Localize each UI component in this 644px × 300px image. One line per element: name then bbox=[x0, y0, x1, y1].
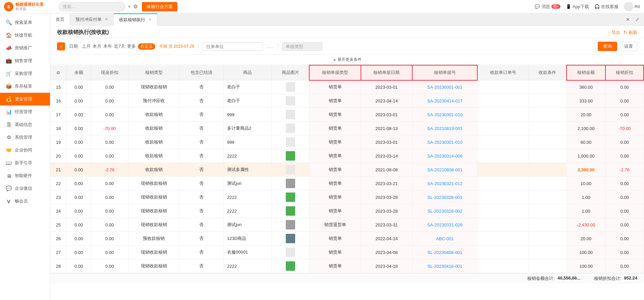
writeoff-no-link[interactable]: ABC-001 bbox=[436, 236, 454, 241]
query-button[interactable]: 查询 bbox=[598, 42, 617, 51]
writeoff-no-link[interactable]: SL-20230418-001 bbox=[427, 264, 462, 269]
cell-writeoff-date: 2023-03-01 bbox=[361, 135, 412, 149]
cell-writeoff-no[interactable]: SL-20230408-001 bbox=[412, 246, 477, 259]
filter-toggle-button[interactable]: » bbox=[57, 42, 65, 50]
sidebar-item-marketing[interactable]: 📣 营销推广 bbox=[0, 42, 50, 54]
sidebar-item-hardware[interactable]: 🖥 智能硬件 bbox=[0, 169, 50, 182]
tab-prepay[interactable]: 预付冲应付单 ✕ bbox=[70, 13, 114, 26]
writeoff-no-link[interactable]: SA-20230321-012 bbox=[427, 181, 463, 186]
sidebar-item-operation[interactable]: 📊 经营管理 bbox=[0, 105, 50, 118]
cell-writeoff-date: 2021-08-08 bbox=[361, 163, 412, 177]
cell-balance: 0.00 bbox=[67, 190, 91, 204]
date-opt-this-month[interactable]: 本月 bbox=[93, 43, 101, 49]
setting-button[interactable]: 设置 bbox=[620, 42, 637, 51]
writeoff-no-link[interactable]: SA-20210813-001 bbox=[427, 126, 463, 131]
cell-writeoff-discount: 0.00 bbox=[605, 108, 644, 122]
tab-prepay-close[interactable]: ✕ bbox=[105, 17, 108, 22]
sidebar-item-wechat[interactable]: 💬 企业微信 bbox=[0, 182, 50, 195]
sidebar-item-basic[interactable]: 🗄 基础信息 bbox=[0, 118, 50, 131]
sidebar-item-member[interactable]: V 畅会员 bbox=[0, 195, 50, 208]
date-opt-last-month[interactable]: 上月 bbox=[82, 43, 91, 49]
cell-product: 多计量商品2 bbox=[223, 122, 271, 135]
data-table-wrap[interactable]: ⚙ 余额 现金折扣 核销类型 包含已结清 商品 商品图片 核销单据类型 核销单据… bbox=[50, 65, 644, 300]
cell-writeoff-no[interactable]: SL-20230328-001 bbox=[412, 190, 477, 204]
cell-writeoff-voucher-type: 销货单 bbox=[309, 94, 361, 108]
cell-writeoff-no[interactable]: SL-20230418-001 bbox=[412, 259, 477, 273]
writeoff-no-link[interactable]: SA-20210808-001 bbox=[427, 167, 463, 172]
cell-writeoff-amount: 100.00 bbox=[567, 246, 606, 259]
sidebar-item-finance[interactable]: 💰 资金管理 bbox=[0, 93, 50, 105]
sidebar-item-system[interactable]: ⚙ 系统管理 bbox=[0, 131, 50, 144]
trial-button[interactable]: 体验行业方案 bbox=[142, 2, 177, 11]
sidebar-item-collab[interactable]: 🤝 企业协同 bbox=[0, 144, 50, 157]
expand-more-button[interactable]: ∨ 展开更多条件 bbox=[333, 57, 362, 62]
refresh-button[interactable]: ↻ 刷新 bbox=[624, 30, 637, 36]
sidebar-item-purchase[interactable]: 🛒 采购管理 bbox=[0, 67, 50, 80]
cell-writeoff-no[interactable]: SL-20230328-002 bbox=[412, 204, 477, 218]
writeoff-no-link[interactable]: SA-20230414-017 bbox=[427, 98, 463, 103]
search-placeholder: 搜索... bbox=[63, 4, 75, 10]
tab-collection-close[interactable]: ✕ bbox=[149, 17, 152, 22]
cell-writeoff-no[interactable]: SA-20230414-017 bbox=[412, 94, 477, 108]
avatar bbox=[624, 2, 633, 11]
cell-writeoff-no[interactable]: SA-20230331-026 bbox=[412, 218, 477, 232]
date-opt-more[interactable]: 更多 bbox=[127, 43, 136, 49]
message-icon: 💬 bbox=[535, 4, 540, 9]
table-row: 18 0.00 -70.00 收款核销 否 多计量商品2 销货单 2021-08… bbox=[50, 122, 644, 135]
sidebar-item-guide[interactable]: 📖 新手引导 bbox=[0, 157, 50, 169]
search-area: 搜索... ▾ ⚙ bbox=[58, 2, 138, 11]
writeoff-no-link[interactable]: SL-20230328-001 bbox=[427, 195, 462, 200]
cell-writeoff-no[interactable]: SA-20230301-010 bbox=[412, 135, 477, 149]
date-opt-7days[interactable]: 近7天 bbox=[114, 43, 125, 49]
tab-bar-actions: ✕ ⤢ bbox=[624, 15, 644, 24]
cell-writeoff-no[interactable]: SA-20210813-001 bbox=[412, 122, 477, 135]
cell-product: 2222 bbox=[223, 149, 271, 163]
sidebar-item-sales[interactable]: 💼 销售管理 bbox=[0, 54, 50, 67]
tab-close-btn[interactable]: ✕ bbox=[624, 15, 632, 24]
th-settings[interactable]: ⚙ bbox=[50, 65, 67, 80]
export-button[interactable]: ↑ 导出 bbox=[608, 30, 621, 36]
writeoff-no-link[interactable]: SA-20230301-001 bbox=[427, 85, 463, 90]
cell-writeoff-no[interactable]: SA-20230321-012 bbox=[412, 177, 477, 190]
cell-writeoff-discount: 0.00 bbox=[605, 259, 644, 273]
writeoff-no-link[interactable]: SA-20230331-026 bbox=[427, 222, 463, 227]
cell-product: 2222 bbox=[223, 190, 271, 204]
th-writeoff-type: 核销类型 bbox=[128, 65, 179, 80]
message-item[interactable]: 💬 消息 99+ bbox=[535, 4, 560, 10]
user-info[interactable]: Rit bbox=[624, 2, 640, 11]
cell-writeoff-no[interactable]: SA-20210808-001 bbox=[412, 163, 477, 177]
cell-receipt-order-no bbox=[477, 108, 529, 122]
date-options: 上月 本月 本年 近7天 更多 自定义 bbox=[82, 43, 155, 50]
sidebar-item-search[interactable]: 🔍 搜索菜单 bbox=[0, 16, 50, 29]
tab-collection[interactable]: 收款核销执行 ✕ bbox=[114, 13, 157, 26]
cell-writeoff-no[interactable]: ABC-001 bbox=[412, 232, 477, 246]
writeoff-no-link[interactable]: SA-20230301-010 bbox=[427, 140, 463, 145]
date-opt-this-year[interactable]: 本年 bbox=[103, 43, 112, 49]
writeoff-no-link[interactable]: SL-20230408-001 bbox=[427, 250, 462, 255]
cell-writeoff-amount: 333.00 bbox=[567, 94, 606, 108]
sidebar-item-inventory[interactable]: 📦 库存核算 bbox=[0, 80, 50, 93]
writeoff-no-link[interactable]: SA-20230314-008 bbox=[427, 154, 463, 159]
writeoff-no-link[interactable]: SA-20230301-010 bbox=[427, 112, 463, 117]
top-search-box[interactable]: 搜索... bbox=[58, 2, 125, 11]
gear-icon[interactable]: ⚙ bbox=[133, 3, 138, 10]
cell-writeoff-no[interactable]: SA-20230314-008 bbox=[412, 149, 477, 163]
date-opt-custom[interactable]: 自定义 bbox=[138, 43, 155, 50]
app-download-item[interactable]: 📱 App下载 bbox=[566, 4, 589, 10]
product-image bbox=[286, 192, 295, 202]
writeoff-no-link[interactable]: SL-20230328-002 bbox=[427, 209, 462, 214]
amount-total-label: 核销金额合计: bbox=[527, 275, 555, 282]
cell-receipt-condition bbox=[529, 177, 567, 190]
cell-receipt-order-no bbox=[477, 259, 529, 273]
voucher-type-select[interactable]: 单据类型 bbox=[282, 42, 322, 51]
product-image bbox=[286, 151, 295, 161]
cell-product-img bbox=[272, 108, 310, 122]
cell-writeoff-no[interactable]: SA-20230301-010 bbox=[412, 108, 477, 122]
cell-writeoff-no[interactable]: SA-20230301-001 bbox=[412, 80, 477, 94]
product-image bbox=[286, 124, 295, 133]
tab-home[interactable]: 首页 bbox=[50, 13, 70, 26]
tab-expand-btn[interactable]: ⤢ bbox=[633, 15, 641, 24]
online-service-item[interactable]: 🎧 在线客服 bbox=[594, 4, 619, 10]
partner-input[interactable] bbox=[203, 42, 263, 51]
sidebar-item-quick[interactable]: 🏠 快捷导航 bbox=[0, 29, 50, 42]
